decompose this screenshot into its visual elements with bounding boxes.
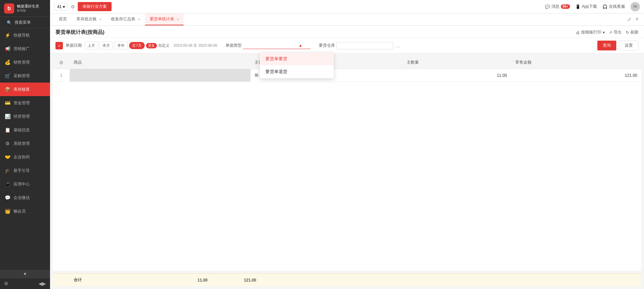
nav-label-6: 经营管理 — [14, 114, 30, 119]
nav-icon-5: 💳 — [4, 99, 11, 106]
nav-icon-4: 📦 — [4, 86, 11, 93]
nav-label-12: 企业微信 — [14, 195, 30, 201]
sidebar-item-6[interactable]: 📊经营管理 — [0, 110, 50, 123]
app-icon: 📱 — [575, 4, 580, 9]
nav-label-10: 新手引导 — [14, 168, 30, 174]
sidebar-item-7[interactable]: 📋基础信息 — [0, 123, 50, 137]
setting-btn[interactable]: 设置 — [619, 41, 639, 50]
filter-type-group: 单据类型 ▲ — [225, 42, 311, 49]
export-btn[interactable]: ↗ 导出 — [609, 29, 622, 35]
sidebar-search[interactable]: 🔍 搜索菜单 — [0, 17, 50, 28]
filter-expand-btn[interactable]: » — [55, 42, 63, 49]
gear-icon[interactable]: ⚙ — [71, 4, 75, 9]
btn-recent[interactable]: 近7天 — [129, 42, 145, 49]
tab-home[interactable]: 首页 — [54, 14, 72, 25]
nav-icon-1: 📢 — [4, 45, 11, 52]
tab-order-stats[interactable]: 要货单统计表 × — [145, 14, 184, 25]
collapse-icon[interactable]: ◀▶ — [39, 281, 46, 286]
page-title: 要货单统计表(按商品) — [55, 29, 104, 36]
sidebar-item-9[interactable]: 🤝企业协同 — [0, 150, 50, 164]
tab-order-stats-close[interactable]: × — [177, 17, 179, 21]
type-select-value — [244, 43, 299, 48]
col-settings-icon[interactable]: ⚙ — [59, 60, 64, 65]
sidebar-item-8[interactable]: ⚙系统管理 — [0, 137, 50, 150]
sidebar-item-3[interactable]: 🛒采购管理 — [0, 69, 50, 83]
headset-icon: 🎧 — [602, 4, 607, 9]
warehouse-input[interactable] — [336, 42, 393, 49]
nav-icon-12: 💬 — [4, 194, 11, 201]
nav-icon-3: 🛒 — [4, 72, 11, 79]
type-label: 单据类型 — [225, 43, 242, 48]
sidebar-item-10[interactable]: 🎓新手引导 — [0, 164, 50, 177]
data-table: ⚙ 商品 主计量单位 主数量 零售金额 1 块 11.00 121.00 — [53, 56, 641, 82]
nav-icon-9: 🤝 — [4, 154, 11, 160]
col-product: 商品 — [70, 56, 251, 69]
tab-collect-summary[interactable]: 收发存汇总表 × — [106, 14, 145, 25]
footer-label: 合计 — [74, 277, 175, 283]
nav-label-1: 营销推广 — [14, 46, 30, 52]
refresh-btn[interactable]: ↻ 刷新 — [626, 29, 639, 35]
tabs-actions: ⤢ × — [626, 16, 640, 23]
nav-icon-13: 👑 — [4, 208, 11, 215]
industry-btn[interactable]: 体验行业方案 — [78, 2, 112, 11]
logo-text: 畅捷通好生意 标准版 — [17, 4, 39, 13]
company-selector[interactable]: 41 ▾ — [54, 3, 68, 10]
sidebar-item-4[interactable]: 📦库存核算 — [0, 83, 50, 96]
chevron-up-icon: ▲ — [299, 43, 303, 48]
tab-close-all-icon[interactable]: × — [634, 16, 640, 23]
nav-icon-8: ⚙ — [4, 140, 11, 147]
page-actions: 🖨 按模板打印 ▾ ↗ 导出 ↻ 刷新 — [576, 29, 639, 35]
sidebar-item-11[interactable]: 📱应用中心 — [0, 177, 50, 191]
page-content: 要货单统计表(按商品) 🖨 按模板打印 ▾ ↗ 导出 ↻ 刷新 » — [50, 26, 644, 289]
sidebar-item-0[interactable]: ⚡快捷导航 — [0, 28, 50, 42]
sidebar-logo: b 畅捷通好生意 标准版 — [0, 0, 50, 17]
sidebar-item-13[interactable]: 👑畅会员 — [0, 204, 50, 218]
nav-icon-0: ⚡ — [4, 32, 11, 39]
nav-label-9: 企业协同 — [14, 154, 30, 160]
tab-inventory-batch[interactable]: 库存批次账 × — [72, 14, 106, 25]
tab-collect-summary-close[interactable]: × — [138, 17, 140, 21]
sidebar-item-1[interactable]: 📢营销推广 — [0, 42, 50, 55]
tab-inventory-batch-close[interactable]: × — [99, 17, 101, 21]
footer-amount: 121.00 — [216, 278, 256, 283]
warehouse-more-icon[interactable]: … — [396, 43, 401, 48]
tab-collect-summary-label: 收发存汇总表 — [111, 16, 135, 22]
sidebar-item-12[interactable]: 💬企业微信 — [0, 191, 50, 204]
print-btn[interactable]: 🖨 按模板打印 ▾ — [576, 29, 605, 35]
message-item[interactable]: 💬 消息 99+ — [545, 4, 570, 9]
nav-label-7: 基础信息 — [14, 127, 30, 133]
sidebar: b 畅捷通好生意 标准版 🔍 搜索菜单 ⚡快捷导航📢营销推广💰销售管理🛒采购管理… — [0, 0, 50, 289]
query-btn[interactable]: 查询 — [597, 41, 616, 50]
dropdown-option-1[interactable]: 要货单退货 — [260, 65, 334, 78]
online-service-item[interactable]: 🎧 在线客服 — [602, 4, 625, 9]
sidebar-item-2[interactable]: 💰销售管理 — [0, 55, 50, 69]
nav-label-13: 畅会员 — [14, 208, 26, 214]
sidebar-item-5[interactable]: 💳资金管理 — [0, 96, 50, 110]
btn-this-month[interactable]: 本月 — [99, 42, 113, 49]
cell-num-0: 1 — [53, 69, 70, 82]
dropdown-option-0[interactable]: 要货单要货 — [260, 52, 334, 65]
btn-last-month[interactable]: 上月 — [85, 42, 98, 49]
table-area: ⚙ 商品 主计量单位 主数量 零售金额 1 块 11.00 121.00 — [53, 56, 641, 271]
sidebar-scroll-down[interactable]: ▼ — [0, 270, 50, 278]
footer-quantity: 11.00 — [175, 278, 216, 283]
topbar: 41 ▾ ⚙ 体验行业方案 💬 消息 99+ 📱 App下载 🎧 在线客服 Ri… — [50, 0, 644, 14]
btn-this-year[interactable]: 本年 — [114, 42, 128, 49]
refresh-icon: ↻ — [626, 30, 629, 35]
avatar[interactable]: Rit — [630, 2, 640, 12]
nav-icon-2: 💰 — [4, 59, 11, 66]
app-download-item[interactable]: 📱 App下载 — [575, 4, 597, 9]
type-select[interactable]: ▲ — [243, 42, 311, 49]
warehouse-label: 要货仓库 — [319, 43, 335, 48]
settings-icon[interactable]: ⚙ — [4, 281, 8, 286]
col-amount: 零售金额 — [511, 56, 641, 69]
tab-maximize-icon[interactable]: ⤢ — [626, 16, 633, 23]
nav-icon-11: 📱 — [4, 181, 11, 187]
date-label: 单据日期 — [66, 43, 82, 48]
more-badge[interactable]: 更多 — [146, 43, 157, 48]
type-dropdown: 要货单要货 要货单退货 — [260, 52, 334, 79]
btn-custom[interactable]: 自定义 — [158, 43, 169, 48]
topbar-right: 💬 消息 99+ 📱 App下载 🎧 在线客服 Rit — [545, 2, 640, 12]
cell-quantity-0: 11.00 — [403, 69, 511, 82]
tab-inventory-batch-label: 库存批次账 — [76, 16, 97, 22]
